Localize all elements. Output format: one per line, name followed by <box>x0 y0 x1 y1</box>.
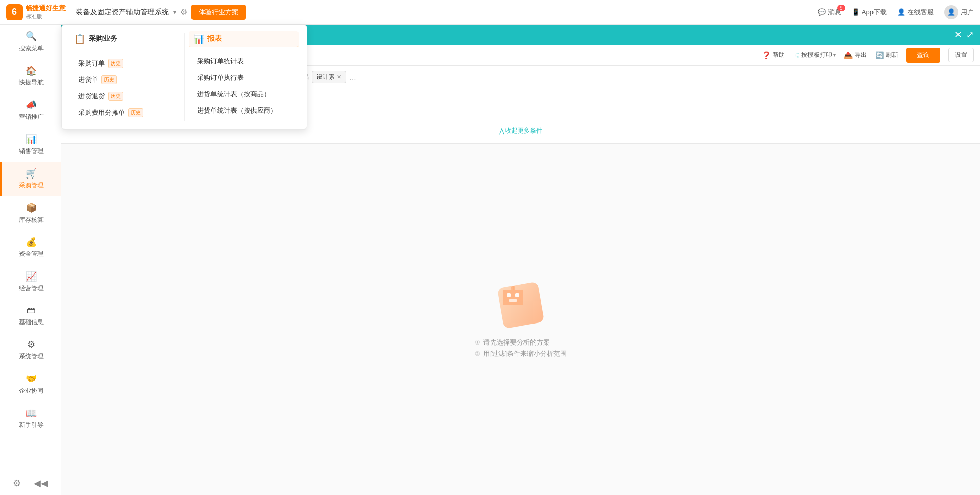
refresh-icon: 🔄 <box>875 51 884 59</box>
newbie-icon: 📖 <box>26 407 37 419</box>
marketing-icon: 📣 <box>26 99 37 111</box>
empty-hint-1: 请先选择要分析的方案 <box>475 337 567 348</box>
purchase-order-exec-label: 采购订单执行表 <box>197 73 244 82</box>
report-title: 报表 <box>207 34 222 44</box>
logo-line1: 畅捷通好生意 <box>26 4 66 13</box>
basicinfo-icon: 🗃 <box>27 305 36 316</box>
empty-hint-2: 用[过滤]条件来缩小分析范围 <box>475 348 567 359</box>
empty-hints: 请先选择要分析的方案 用[过滤]条件来缩小分析范围 <box>475 337 567 359</box>
sidebar-item-purchase[interactable]: 🛒 采购管理 <box>0 162 61 196</box>
system-gear-icon[interactable]: ⚙ <box>180 7 187 17</box>
menu-item-purchase-order[interactable]: 采购订单 历史 <box>74 55 176 72</box>
goods-tag-remove-icon[interactable]: ✕ <box>337 74 342 80</box>
sidebar-item-cooperation[interactable]: 🤝 企业协同 <box>0 367 61 401</box>
menu-item-purchase-order-stat[interactable]: 采购订单统计表 <box>193 53 295 70</box>
logo-text: 畅捷通好生意 标准版 <box>26 4 66 20</box>
print-dropdown-icon[interactable]: ▾ <box>833 52 836 58</box>
message-icon: 💬 <box>818 8 826 16</box>
nav-system: 装备及固定资产辅助管理系统 ▾ ⚙ <box>76 7 187 17</box>
inbound-return-label: 进货退货 <box>78 92 105 101</box>
purchase-icon: 🛒 <box>26 168 37 179</box>
settings-button[interactable]: 设置 <box>948 48 974 62</box>
menu-item-inbound-stat-supplier[interactable]: 进货单统计表（按供应商） <box>193 102 295 119</box>
sidebar-item-newbie[interactable]: 📖 新手引导 <box>0 401 61 436</box>
collapse-button[interactable]: ⋀ 收起更多条件 <box>499 126 542 135</box>
inbound-return-history-tag: 历史 <box>108 92 123 101</box>
goods-dots[interactable]: … <box>349 73 356 81</box>
sidebar-settings-icon[interactable]: ⚙ <box>13 478 21 489</box>
svg-rect-0 <box>503 290 523 305</box>
app-download-label: App下载 <box>862 8 887 17</box>
message-button[interactable]: 💬 消息 9 <box>818 8 841 17</box>
system-arrow-icon[interactable]: ▾ <box>173 9 176 16</box>
export-icon: 📤 <box>844 51 853 59</box>
sidebar-item-nav[interactable]: 🏠 快捷导航 <box>0 59 61 93</box>
user-button[interactable]: 👤 用户 <box>944 5 974 19</box>
purchase-fee-label: 采购费用分摊单 <box>78 108 125 117</box>
message-badge: 9 <box>837 5 845 11</box>
tab-bar-actions: ✕ ⤢ <box>954 29 980 40</box>
purchase-section-icon: 📋 <box>74 33 86 45</box>
sidebar-collapse-icon[interactable]: ◀◀ <box>34 478 48 489</box>
purchase-section: 📋 采购业务 采购订单 历史 进货单 历史 进货退货 历史 采购费用分摊单 历史 <box>70 33 180 121</box>
sidebar-item-operation[interactable]: 📈 经营管理 <box>0 265 61 299</box>
refresh-label: 刷新 <box>886 51 898 59</box>
sidebar-label-newbie: 新手引导 <box>19 421 44 429</box>
help-button[interactable]: ❓ 帮助 <box>762 51 785 59</box>
cooperation-icon: 🤝 <box>26 373 37 384</box>
purchase-order-history-tag: 历史 <box>108 59 123 68</box>
menu-item-inbound[interactable]: 进货单 历史 <box>74 72 176 88</box>
sidebar-label-system: 系统管理 <box>19 352 44 361</box>
report-section-icon: 📊 <box>193 33 204 45</box>
sales-icon: 📊 <box>26 134 37 145</box>
industry-button[interactable]: 体验行业方案 <box>191 5 246 20</box>
online-service-label: 在线客服 <box>907 8 934 17</box>
svg-rect-1 <box>507 293 511 297</box>
logo-line2: 标准版 <box>26 13 66 20</box>
app-download-button[interactable]: 📱 App下载 <box>851 8 887 17</box>
top-bar-right: 💬 消息 9 📱 App下载 👤 在线客服 👤 用户 <box>818 5 974 19</box>
sidebar-item-inventory[interactable]: 📦 库存核算 <box>0 196 61 230</box>
help-icon: ❓ <box>762 51 771 59</box>
refresh-button[interactable]: 🔄 刷新 <box>875 51 898 59</box>
tab-close-window-icon[interactable]: ✕ <box>954 29 962 40</box>
sidebar-item-system[interactable]: ⚙ 系统管理 <box>0 333 61 367</box>
print-button[interactable]: 🖨 按模板打印 ▾ <box>793 51 836 59</box>
print-label: 按模板打印 <box>801 51 832 59</box>
sidebar-item-sales[interactable]: 📊 销售管理 <box>0 127 61 162</box>
sidebar-item-marketing[interactable]: 📣 营销推广 <box>0 93 61 127</box>
search-icon: 🔍 <box>26 31 37 42</box>
system-title: 装备及固定资产辅助管理系统 <box>76 8 169 17</box>
report-section: 📊 报表 采购订单统计表 采购订单执行表 进货单统计表（按商品） 进货单统计表（… <box>189 33 299 121</box>
inbound-stat-goods-label: 进货单统计表（按商品） <box>197 90 270 99</box>
user-avatar: 👤 <box>944 5 958 19</box>
menu-item-inbound-return[interactable]: 进货退货 历史 <box>74 88 176 104</box>
sidebar-label-inventory: 库存核算 <box>19 216 44 224</box>
sidebar-label-operation: 经营管理 <box>19 284 44 293</box>
logo-area: 6 畅捷通好生意 标准版 <box>6 4 68 20</box>
menu-item-purchase-order-exec[interactable]: 采购订单执行表 <box>193 70 295 86</box>
user-label: 用户 <box>961 8 974 17</box>
finance-icon: 💰 <box>26 236 37 248</box>
sidebar-item-finance[interactable]: 💰 资金管理 <box>0 230 61 265</box>
query-button[interactable]: 查询 <box>906 48 940 63</box>
tab-expand-icon[interactable]: ⤢ <box>966 29 974 40</box>
sidebar-item-search[interactable]: 🔍 搜索菜单 <box>0 25 61 59</box>
svg-rect-2 <box>515 293 519 297</box>
export-button[interactable]: 📤 导出 <box>844 51 867 59</box>
sidebar: 🔍 搜索菜单 🏠 快捷导航 📣 营销推广 📊 销售管理 🛒 采购管理 📦 库存核… <box>0 25 61 495</box>
menu-item-purchase-fee[interactable]: 采购费用分摊单 历史 <box>74 104 176 121</box>
collapse-arrow-icon: ⋀ <box>499 127 504 135</box>
menu-divider <box>184 33 185 121</box>
sidebar-item-basicinfo[interactable]: 🗃 基础信息 <box>0 299 61 333</box>
online-service-button[interactable]: 👤 在线客服 <box>897 8 934 17</box>
empty-illustration <box>495 279 546 331</box>
empty-state: 请先选择要分析的方案 用[过滤]条件来缩小分析范围 <box>61 144 980 495</box>
sidebar-label-search: 搜索菜单 <box>19 44 44 53</box>
menu-item-inbound-stat-goods[interactable]: 进货单统计表（按商品） <box>193 86 295 102</box>
inbound-stat-supplier-label: 进货单统计表（按供应商） <box>197 106 277 115</box>
empty-robot-icon <box>498 282 528 313</box>
purchase-title: 采购业务 <box>89 34 117 44</box>
purchase-order-label: 采购订单 <box>78 59 105 68</box>
sidebar-label-marketing: 营销推广 <box>19 113 44 121</box>
